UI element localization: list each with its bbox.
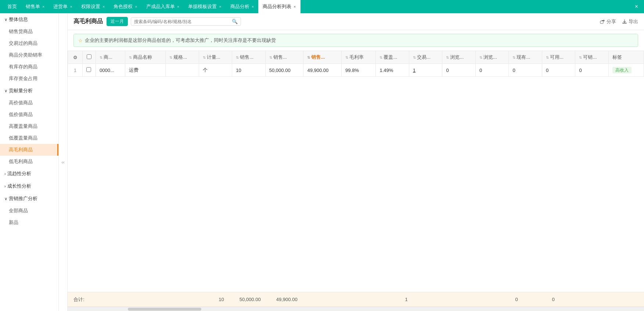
col-sales2[interactable]: 销售... [265, 51, 303, 64]
collapse-icon: ‹‹ [61, 159, 65, 165]
cell-sellable: 0 [575, 64, 609, 77]
tab-sales-order[interactable]: 销售单 × [21, 0, 49, 13]
tab-home[interactable]: 首页 [3, 0, 21, 13]
main-layout: ∨ 整体信息 销售货商品 交易过的商品 商品分类助销率 有库存的商品 库存资金占… [0, 13, 644, 311]
close-tab-role-auth[interactable]: × [135, 4, 137, 9]
cell-available: 0 [542, 64, 575, 77]
col-transaction[interactable]: 交易... [409, 51, 442, 64]
col-tag: 标签 [608, 51, 644, 64]
footer-bar: 合计: 10 50,000.00 49,900.00 1 0 0 [68, 292, 644, 307]
svg-rect-1 [622, 23, 627, 23]
col-sales1[interactable]: 销售... [232, 51, 266, 64]
close-all-button[interactable]: × [632, 3, 641, 10]
tab-template-settings[interactable]: 单据模板设置 × [184, 0, 226, 13]
close-tab-purchase-order[interactable]: × [70, 4, 72, 9]
cell-code: 0000... [96, 64, 125, 77]
share-button[interactable]: 分享 [600, 18, 616, 25]
search-icon[interactable]: 🔍 [232, 19, 238, 24]
horizontal-scrollbar[interactable] [68, 307, 644, 311]
col-sellable[interactable]: 可销... [575, 51, 609, 64]
col-spec[interactable]: 规格... [166, 51, 199, 64]
close-tab-product-inbound[interactable]: × [177, 4, 179, 9]
sidebar: ∨ 整体信息 销售货商品 交易过的商品 商品分类助销率 有库存的商品 库存资金占… [0, 13, 59, 311]
sidebar-item-low-value[interactable]: 低价值商品 [0, 109, 58, 120]
cell-unit: 个 [199, 64, 232, 77]
tab-role-auth[interactable]: 角色授权 × [109, 0, 141, 13]
table-wrap: ⚙ 商... 商品名称 规格... 计量... 销售... 销售... 销售..… [68, 51, 644, 171]
col-sales3[interactable]: 销售... [303, 51, 342, 64]
col-gross-rate[interactable]: 毛利率 [342, 51, 376, 64]
col-current[interactable]: 现有... [509, 51, 542, 64]
close-tab-sales-order[interactable]: × [42, 4, 44, 9]
info-banner: ☆ 企业的主要的利润都是这部分商品创造的，可考虑加大推广，同时关注库存是不要出现… [73, 34, 638, 47]
search-input-wrap: 🔍 [131, 17, 241, 26]
sidebar-group-contribution[interactable]: ∨ 贡献量分析 [0, 84, 58, 97]
close-tab-product-analysis-list[interactable]: × [294, 4, 296, 9]
filter-recent-month-button[interactable]: 近一月 [107, 17, 128, 26]
cell-browse2: 0 [475, 64, 509, 77]
sidebar-item-high-value[interactable]: 高价值商品 [0, 97, 58, 109]
export-button[interactable]: 导出 [622, 18, 638, 25]
svg-rect-0 [600, 21, 603, 23]
export-icon [622, 19, 627, 24]
tab-product-analysis[interactable]: 商品分析 × [226, 0, 258, 13]
table-header-row: ⚙ 商... 商品名称 规格... 计量... 销售... 销售... 销售..… [68, 51, 644, 64]
col-coverage[interactable]: 覆盖... [376, 51, 409, 64]
sidebar-item-traded-goods[interactable]: 交易过的商品 [0, 37, 58, 49]
info-icon: ☆ [78, 38, 83, 43]
footer-sales2: 50,000.00 [231, 297, 261, 302]
sidebar-item-sales-goods[interactable]: 销售货商品 [0, 26, 58, 37]
cell-spec [166, 64, 199, 77]
search-input[interactable] [134, 19, 230, 24]
arrow-icon-growth: › [4, 184, 6, 188]
sidebar-item-stock-capital[interactable]: 库存资金占用 [0, 73, 58, 84]
sidebar-item-low-margin[interactable]: 低毛利商品 [0, 156, 58, 167]
sidebar-group-overall[interactable]: ∨ 整体信息 [0, 13, 58, 26]
col-unit[interactable]: 计量... [199, 51, 232, 64]
arrow-icon-trend: › [4, 171, 6, 176]
col-settings[interactable]: ⚙ [68, 51, 83, 64]
sidebar-collapse-button[interactable]: ‹‹ [59, 13, 68, 311]
cell-browse1: 0 [442, 64, 476, 77]
content-area: 高毛利商品 近一月 🔍 分享 导出 [68, 13, 644, 311]
cell-name: 运费 [125, 64, 165, 77]
sidebar-item-new-goods[interactable]: 新品 [0, 217, 58, 228]
tab-purchase-order[interactable]: 进货单 × [49, 0, 76, 13]
footer-sales3: 49,900.00 [268, 297, 298, 302]
sidebar-item-high-coverage[interactable]: 高覆盖量商品 [0, 120, 58, 132]
sidebar-item-high-margin[interactable]: 高毛利商品 [0, 144, 58, 156]
col-browse2[interactable]: 浏览... [475, 51, 509, 64]
data-table: ⚙ 商... 商品名称 规格... 计量... 销售... 销售... 销售..… [68, 51, 644, 77]
tag-badge: 高收入 [612, 67, 632, 73]
tab-product-analysis-list[interactable]: 商品分析列表 × [258, 0, 300, 13]
sidebar-group-marketing[interactable]: ∨ 营销推广分析 [0, 192, 58, 205]
sidebar-group-growth[interactable]: › 成长性分析 [0, 180, 58, 192]
cell-index: 1 [68, 64, 83, 77]
tab-permission-settings[interactable]: 权限设置 × [77, 0, 109, 13]
col-checkbox[interactable] [83, 51, 96, 64]
cell-checkbox[interactable] [83, 64, 96, 77]
col-available[interactable]: 可用... [542, 51, 575, 64]
sidebar-item-all-goods[interactable]: 全部商品 [0, 205, 58, 217]
col-browse1[interactable]: 浏览... [442, 51, 476, 64]
tab-product-inbound[interactable]: 产成品入库单 × [142, 0, 184, 13]
row-checkbox[interactable] [86, 67, 91, 72]
col-code[interactable]: 商... [96, 51, 125, 64]
sidebar-item-category-rate[interactable]: 商品分类助销率 [0, 49, 58, 61]
content-spacer [68, 171, 644, 292]
sidebar-group-trend[interactable]: › 流趋性分析 [0, 167, 58, 180]
scrollbar-thumb[interactable] [128, 308, 201, 311]
footer-transaction: 1 [378, 297, 408, 302]
sidebar-item-instock-goods[interactable]: 有库存的商品 [0, 61, 58, 73]
share-icon [600, 19, 605, 24]
close-tab-template-settings[interactable]: × [219, 4, 221, 9]
select-all-checkbox[interactable] [87, 54, 91, 59]
close-tab-permission-settings[interactable]: × [102, 4, 105, 9]
cell-transaction[interactable]: 1 [409, 64, 442, 77]
col-name[interactable]: 商品名称 [125, 51, 165, 64]
arrow-icon-overall: ∨ [4, 17, 7, 22]
close-tab-product-analysis[interactable]: × [252, 4, 254, 9]
content-header: 高毛利商品 近一月 🔍 分享 导出 [68, 13, 644, 30]
sidebar-item-low-coverage[interactable]: 低覆盖量商品 [0, 132, 58, 144]
cell-sales3: 49,900.00 [303, 64, 342, 77]
